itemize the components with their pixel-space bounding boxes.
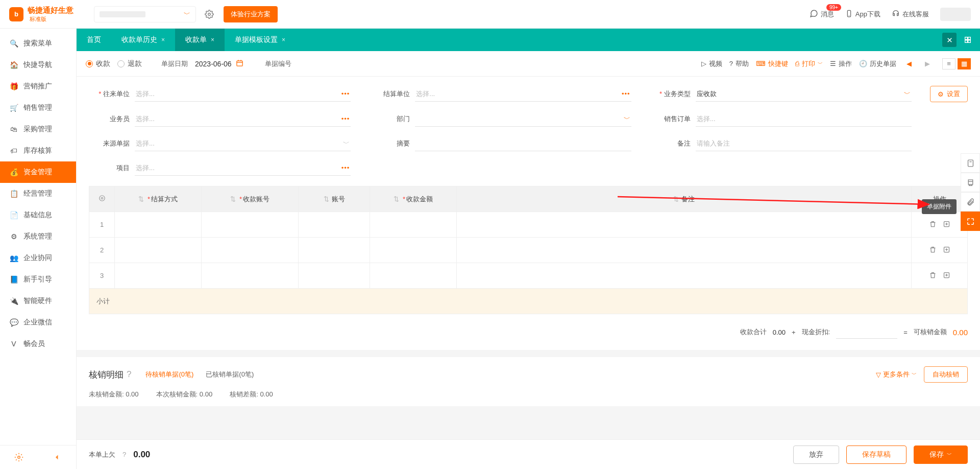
gear-icon: ⚙ xyxy=(938,90,944,98)
trial-button[interactable]: 体验行业方案 xyxy=(224,6,278,22)
sidebar-item-9[interactable]: ⚙系统管理 xyxy=(0,226,76,247)
dept-select[interactable]: ﹀ xyxy=(415,111,631,127)
sidebar-item-2[interactable]: 🎁营销推广 xyxy=(0,76,76,97)
video-link[interactable]: ▷视频 xyxy=(701,59,722,68)
sidebar-item-8[interactable]: 📄基础信息 xyxy=(0,204,76,226)
org-selector[interactable]: ﹀ xyxy=(94,6,196,22)
row-delete-button[interactable] xyxy=(929,246,937,255)
sidebar-item-6[interactable]: 💰资金管理 xyxy=(0,161,76,183)
sidebar-item-13[interactable]: 💬企业微信 xyxy=(0,312,76,333)
col-amount[interactable]: ⇅*收款金额 xyxy=(370,186,457,212)
radio-receipt[interactable]: 收款 xyxy=(86,59,110,68)
help-icon[interactable]: ? xyxy=(127,369,131,380)
chevron-down-icon: ﹀ xyxy=(624,114,630,124)
more-filters-link[interactable]: ▽ 更多条件 ﹀ xyxy=(876,370,917,379)
col-config-button[interactable] xyxy=(89,186,115,212)
col-acctno[interactable]: ⇅账号 xyxy=(299,186,370,212)
source-doc-select[interactable]: 选择...﹀ xyxy=(135,136,351,151)
verify-tab-pending[interactable]: 待核销单据(0笔) xyxy=(145,370,193,379)
discount-input[interactable] xyxy=(836,325,897,339)
row-add-button[interactable] xyxy=(943,220,950,229)
code-label: 单据编号 xyxy=(265,59,291,68)
table-row[interactable]: 2 xyxy=(89,238,968,263)
side-tool-attachment[interactable] xyxy=(961,192,980,212)
tab-close-all-button[interactable] xyxy=(942,33,957,47)
more-icon: ••• xyxy=(341,164,350,172)
tab-close-icon[interactable]: × xyxy=(282,36,285,43)
more-icon: ••• xyxy=(622,90,630,98)
js-unit-select[interactable]: 选择...••• xyxy=(415,86,631,102)
next-doc-button[interactable]: ▶ xyxy=(922,58,933,69)
col-acct[interactable]: ⇅*收款账号 xyxy=(202,186,299,212)
sidebar-item-1[interactable]: 🏠快捷导航 xyxy=(0,54,76,76)
tab-close-icon[interactable]: × xyxy=(211,36,214,43)
print-link[interactable]: ⎙打印﹀ xyxy=(795,59,823,68)
row-delete-button[interactable] xyxy=(929,220,937,229)
verify-tab-done[interactable]: 已核销单据(0笔) xyxy=(206,370,254,379)
remark-input[interactable]: 请输入备注 xyxy=(696,136,912,151)
footer-bar: 本单上欠 ? 0.00 放弃 保存草稿 保存﹀ xyxy=(77,439,980,469)
row-add-button[interactable] xyxy=(943,246,950,255)
side-tool-print[interactable] xyxy=(961,173,980,192)
project-select[interactable]: 选择...••• xyxy=(135,160,351,176)
mobile-icon xyxy=(845,10,853,19)
save-button[interactable]: 保存﹀ xyxy=(914,445,968,464)
sidebar-item-3[interactable]: 🛒销售管理 xyxy=(0,97,76,119)
settings-icon[interactable] xyxy=(202,7,216,21)
sidebar-item-7[interactable]: 📋经营管理 xyxy=(0,183,76,204)
order-select[interactable]: 选择... xyxy=(696,111,912,127)
messages-link[interactable]: 消息 99+ xyxy=(810,9,834,19)
table-row[interactable]: 1 xyxy=(89,212,968,238)
tab-close-icon[interactable]: × xyxy=(161,36,165,43)
side-tool-note[interactable] xyxy=(961,153,980,173)
sidebar-item-label: 搜索菜单 xyxy=(23,39,52,48)
history-link[interactable]: 🕘历史单据 xyxy=(859,59,896,68)
table-row[interactable]: 3 xyxy=(89,263,968,289)
sidebar-item-4[interactable]: 🛍采购管理 xyxy=(0,119,76,140)
radio-refund[interactable]: 退款 xyxy=(117,59,142,68)
sidebar-item-10[interactable]: 👥企业协同 xyxy=(0,247,76,269)
salesperson-select[interactable]: 选择...••• xyxy=(135,111,351,127)
svg-rect-27 xyxy=(968,181,973,184)
row-delete-button[interactable] xyxy=(929,271,937,280)
col-method[interactable]: ⇅*结算方式 xyxy=(115,186,202,212)
tab-2[interactable]: 收款单× xyxy=(175,29,225,51)
view-list-button[interactable]: ≡ xyxy=(942,58,955,69)
save-draft-button[interactable]: 保存草稿 xyxy=(846,445,906,464)
biz-type-select[interactable]: 应收款﹀ xyxy=(696,86,912,102)
sidebar-collapse-button[interactable] xyxy=(38,445,77,469)
sidebar-item-14[interactable]: V畅会员 xyxy=(0,333,76,355)
view-card-button[interactable]: ▦ xyxy=(958,58,971,69)
svg-rect-9 xyxy=(968,40,971,43)
auto-verify-button[interactable]: 自动核销 xyxy=(924,366,968,383)
tab-expand-button[interactable] xyxy=(961,33,975,47)
tab-1[interactable]: 收款单历史× xyxy=(111,29,175,51)
app-download-link[interactable]: App下载 xyxy=(845,10,880,19)
side-tool-fullscreen[interactable] xyxy=(961,212,980,231)
help-icon[interactable]: ? xyxy=(122,451,126,458)
row-add-button[interactable] xyxy=(943,271,950,280)
house-icon: 🏷 xyxy=(9,146,18,155)
prev-doc-button[interactable]: ◀ xyxy=(903,58,915,69)
shortcut-link[interactable]: ⌨快捷键 xyxy=(756,59,788,68)
help-link[interactable]: ?帮助 xyxy=(729,59,749,68)
sidebar-item-12[interactable]: 🔌智能硬件 xyxy=(0,290,76,312)
discard-button[interactable]: 放弃 xyxy=(793,445,839,464)
tab-0[interactable]: 首页 xyxy=(77,29,111,51)
verify-panel: 核销明细 ? 待核销单据(0笔) 已核销单据(0笔) ▽ 更多条件 ﹀ 自动核销 xyxy=(77,357,980,406)
tab-3[interactable]: 单据模板设置× xyxy=(225,29,296,51)
help-icon: ? xyxy=(729,60,733,67)
col-remark[interactable]: ⇅备注 xyxy=(457,186,912,212)
user-avatar[interactable] xyxy=(940,8,971,21)
messages-badge: 99+ xyxy=(826,4,841,11)
sidebar-settings-button[interactable] xyxy=(0,445,38,469)
sidebar-item-0[interactable]: 🔍搜索菜单 xyxy=(0,33,76,54)
sidebar-item-11[interactable]: 📘新手引导 xyxy=(0,269,76,290)
date-field[interactable]: 2023-06-06 xyxy=(195,59,243,68)
summary-input[interactable] xyxy=(415,136,631,151)
sidebar-item-5[interactable]: 🏷库存核算 xyxy=(0,140,76,161)
ops-link[interactable]: ☰操作 xyxy=(830,59,852,68)
support-link[interactable]: 在线客服 xyxy=(892,9,929,19)
settings-button[interactable]: ⚙设置 xyxy=(930,86,968,102)
wl-unit-select[interactable]: 选择...••• xyxy=(135,86,351,102)
